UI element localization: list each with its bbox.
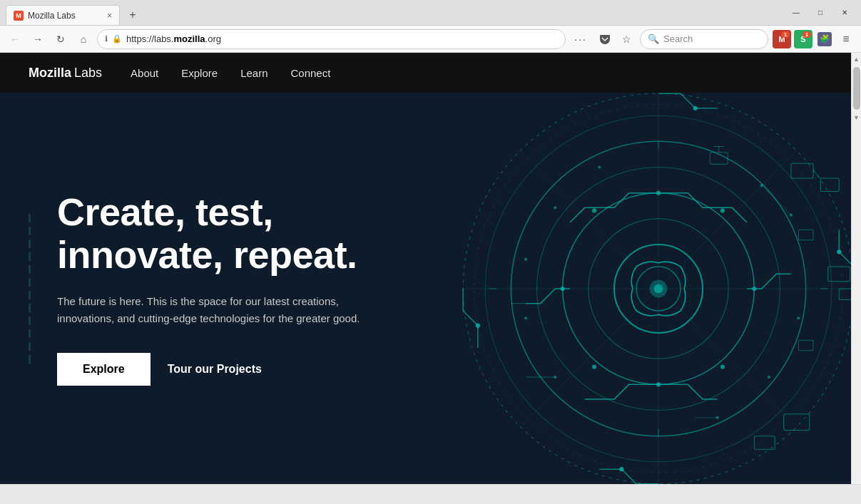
window-controls: — □ ✕ (785, 6, 855, 20)
extension-icons: M 1 S 1 🧩 ≡ (773, 30, 855, 48)
svg-point-28 (561, 286, 565, 290)
search-icon: 🔍 (648, 34, 659, 44)
hero-title-line1: Create, test, (57, 190, 273, 233)
title-bar: M Mozilla Labs × + — □ ✕ (0, 0, 861, 26)
svg-point-46 (554, 206, 556, 209)
hero-buttons: Explore Tour our Projects (57, 353, 371, 386)
site-nav: Mozilla Labs About Explore Learn Connect (0, 53, 851, 93)
svg-rect-36 (798, 230, 813, 240)
svg-point-31 (592, 208, 596, 212)
active-tab[interactable]: M Mozilla Labs × (6, 5, 120, 25)
search-placeholder: Search (663, 34, 693, 44)
extension1-button[interactable]: M 1 (773, 30, 791, 48)
status-bar (0, 484, 861, 504)
svg-line-48 (762, 185, 791, 215)
back-button[interactable]: ← (6, 30, 24, 48)
hero-title-line2: innovate, repeat. (57, 233, 357, 276)
home-button[interactable]: ⌂ (74, 30, 93, 48)
svg-point-26 (752, 286, 756, 290)
info-icon: ℹ (105, 34, 108, 43)
svg-point-45 (524, 257, 527, 260)
star-button[interactable]: ☆ (617, 30, 636, 48)
menu-button[interactable]: ≡ (837, 30, 855, 48)
tab-title: Mozilla Labs (28, 11, 76, 21)
maximize-button[interactable]: □ (810, 6, 831, 20)
tab-bar: M Mozilla Labs × + (6, 0, 143, 25)
toolbar-icons: ☆ (596, 30, 636, 48)
scroll-thumb[interactable] (853, 67, 860, 110)
svg-point-25 (656, 190, 661, 195)
svg-point-40 (797, 317, 800, 319)
hero-section: Create, test, innovate, repeat. The futu… (0, 93, 851, 484)
svg-point-15 (476, 323, 480, 327)
browser-window: M Mozilla Labs × + — □ ✕ ← → ↻ ⌂ ℹ 🔒 htt… (0, 0, 861, 504)
website-content: Mozilla Labs About Explore Learn Connect (0, 53, 861, 484)
tour-button[interactable]: Tour our Projects (168, 363, 262, 376)
svg-point-47 (598, 165, 601, 168)
close-button[interactable]: ✕ (834, 6, 855, 20)
scroll-up-button[interactable]: ▲ (852, 54, 861, 64)
svg-rect-20 (839, 289, 851, 300)
nav-explore[interactable]: Explore (181, 67, 218, 79)
toolbar: ← → ↻ ⌂ ℹ 🔒 https://labs.mozilla.org ···… (0, 26, 861, 53)
address-bar[interactable]: ℹ 🔒 https://labs.mozilla.org (97, 29, 566, 49)
scroll-down-button[interactable]: ▼ (852, 113, 861, 123)
nav-about[interactable]: About (131, 67, 158, 79)
nav-connect[interactable]: Connect (291, 67, 331, 79)
scrollbar[interactable]: ▲ ▼ (851, 53, 861, 484)
svg-rect-17 (820, 178, 839, 192)
explore-button[interactable]: Explore (57, 353, 151, 386)
svg-point-44 (524, 317, 527, 319)
svg-point-30 (720, 364, 725, 369)
minimize-button[interactable]: — (785, 6, 807, 20)
svg-rect-37 (798, 340, 813, 350)
logo-labs: Labs (74, 66, 102, 81)
svg-point-24 (654, 284, 663, 292)
ext2-badge: 1 (803, 31, 811, 38)
search-bar[interactable]: 🔍 Search (640, 29, 768, 49)
hero-description: The future is here. This is the space fo… (57, 293, 371, 327)
refresh-button[interactable]: ↻ (51, 30, 70, 48)
extension2-button[interactable]: S 1 (794, 30, 812, 48)
svg-point-29 (720, 208, 725, 212)
svg-point-27 (656, 382, 661, 386)
extensions-button[interactable]: 🧩 (815, 30, 834, 48)
url-display: https://labs.mozilla.org (126, 34, 221, 44)
nav-links: About Explore Learn Connect (131, 67, 330, 79)
extensions-icon: 🧩 (817, 32, 832, 46)
logo-mozilla: Mozilla (29, 66, 71, 81)
site-logo: Mozilla Labs (29, 66, 102, 81)
forward-button[interactable]: → (29, 30, 47, 48)
svg-rect-21 (784, 413, 810, 430)
new-tab-button[interactable]: + (123, 5, 143, 25)
nav-learn[interactable]: Learn (240, 67, 268, 79)
pocket-button[interactable] (596, 30, 614, 48)
tab-favicon: M (14, 11, 24, 21)
hero-text: Create, test, innovate, repeat. The futu… (0, 191, 371, 386)
svg-point-41 (768, 375, 770, 378)
circuit-diagram (437, 93, 851, 484)
hero-title: Create, test, innovate, repeat. (57, 191, 371, 276)
webpage: Mozilla Labs About Explore Learn Connect (0, 53, 851, 484)
svg-point-12 (693, 106, 698, 110)
lock-icon: 🔒 (112, 34, 122, 43)
tab-close-button[interactable]: × (107, 11, 112, 21)
ext1-badge: 1 (781, 31, 790, 38)
svg-point-32 (592, 364, 596, 369)
more-button[interactable]: ··· (570, 34, 591, 45)
svg-line-18 (813, 170, 820, 178)
